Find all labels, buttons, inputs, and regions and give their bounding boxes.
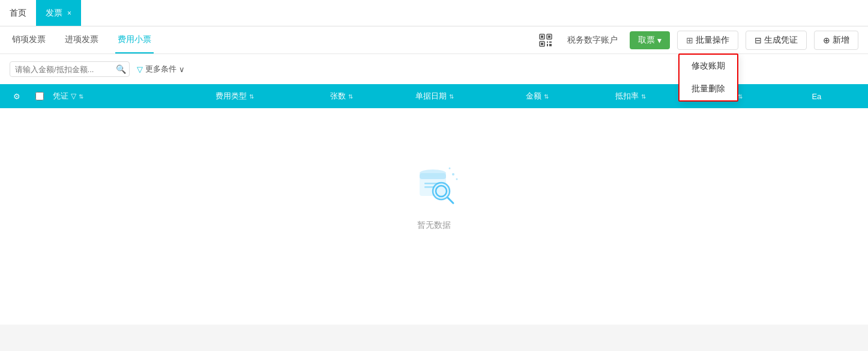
add-new-label: 新增 (833, 35, 849, 46)
filter-funnel-icon: ▽ (137, 65, 143, 74)
th-expense-type-label: 费用类型 (215, 91, 247, 102)
th-amount-label: 金额 (526, 91, 541, 102)
th-deduct-amount-sort-icon[interactable]: ⇅ (738, 93, 743, 100)
dropdown-item-edit-period[interactable]: 修改账期 (680, 55, 737, 78)
th-count-label: 张数 (330, 91, 346, 102)
tab-sales-invoice[interactable]: 销项发票 (10, 26, 48, 53)
sub-tabs-bar: 销项发票 进项发票 费用小票 税务数字账户 (0, 26, 868, 54)
th-expense-type: 费用类型 ⇅ (164, 91, 304, 102)
dropdown-item-batch-delete[interactable]: 批量删除 (680, 78, 737, 100)
tax-digital-account-button[interactable]: 税务数字账户 (562, 32, 622, 48)
th-date-label: 单据日期 (415, 91, 447, 102)
generate-icon: ⊟ (755, 35, 762, 45)
svg-rect-7 (547, 44, 548, 46)
search-input-wrap[interactable]: 🔍 (10, 61, 130, 77)
th-count: 张数 ⇅ (304, 91, 379, 102)
settings-icon: ⚙ (13, 92, 20, 101)
take-ticket-button[interactable]: 取票 ▾ (630, 31, 670, 49)
svg-point-19 (456, 179, 458, 180)
th-expense-type-sort-icon[interactable]: ⇅ (249, 93, 254, 100)
generate-voucher-button[interactable]: ⊟ 生成凭证 (746, 31, 807, 50)
search-icon[interactable]: 🔍 (116, 64, 126, 74)
th-amount: 金额 ⇅ (490, 91, 583, 102)
take-ticket-label: 取票 (638, 35, 655, 46)
nav-tab-label: 发票 (46, 8, 62, 19)
th-voucher-label: 凭证 (53, 91, 68, 102)
th-date-sort-icon[interactable]: ⇅ (449, 93, 454, 100)
batch-dropdown-menu: 修改账期 批量删除 (678, 53, 738, 102)
take-ticket-dropdown-icon: ▾ (657, 35, 662, 45)
top-nav: 首页 发票 × (0, 0, 868, 26)
batch-icon: ⊞ (686, 35, 693, 45)
add-new-button[interactable]: ⊕ 新增 (814, 31, 858, 50)
th-extra: Ea (770, 92, 863, 101)
sub-tabs-right: 税务数字账户 取票 ▾ ⊞ 批量操作 修改账期 批量删除 ⊟ 生成凭证 ⊕ 新增 (536, 31, 858, 50)
th-voucher-sort-icon[interactable]: ⇅ (79, 93, 83, 100)
empty-text: 暂无数据 (417, 220, 451, 231)
svg-rect-3 (548, 35, 550, 38)
tab-input-invoice[interactable]: 进项发票 (62, 26, 101, 53)
svg-rect-8 (549, 41, 552, 43)
svg-line-17 (448, 198, 453, 203)
svg-rect-12 (420, 173, 446, 179)
th-voucher: 凭证 ▽ ⇅ (50, 91, 164, 102)
add-icon: ⊕ (823, 35, 830, 45)
search-input[interactable] (15, 65, 116, 74)
nav-tab-invoice[interactable]: 发票 × (36, 0, 81, 26)
th-extra-label: Ea (812, 92, 821, 101)
tab-expense-ticket[interactable]: 费用小票 (115, 26, 154, 53)
more-filter-label: 更多条件 (145, 64, 176, 75)
select-all-checkbox[interactable] (35, 92, 44, 100)
generate-voucher-label: 生成凭证 (764, 35, 798, 46)
th-settings[interactable]: ⚙ (5, 92, 29, 101)
filter-dropdown-icon: ∨ (179, 65, 185, 74)
svg-rect-9 (549, 44, 552, 46)
th-deduct-rate: 抵扣率 ⇅ (583, 91, 677, 102)
qr-code-button[interactable] (536, 31, 555, 50)
th-deduct-rate-sort-icon[interactable]: ⇅ (641, 93, 646, 100)
svg-rect-6 (547, 41, 548, 43)
nav-home[interactable]: 首页 (0, 0, 36, 26)
th-checkbox[interactable] (29, 92, 50, 100)
nav-tab-close[interactable]: × (67, 9, 71, 17)
th-deduct-rate-label: 抵扣率 (615, 91, 639, 102)
batch-operation-button[interactable]: ⊞ 批量操作 (677, 31, 738, 50)
batch-operation-wrap: ⊞ 批量操作 修改账期 批量删除 (677, 31, 738, 50)
more-filter-button[interactable]: ▽ 更多条件 ∨ (137, 64, 185, 75)
svg-rect-1 (541, 35, 543, 38)
sub-tabs-left: 销项发票 进项发票 费用小票 (10, 26, 154, 53)
empty-state: 暂无数据 (0, 108, 868, 255)
content-area: ⚙ 凭证 ▽ ⇅ 费用类型 ⇅ 张数 ⇅ 单据日期 ⇅ 金额 ⇅ 抵扣率 ⇅ (0, 84, 868, 325)
th-amount-sort-icon[interactable]: ⇅ (544, 93, 549, 100)
th-count-sort-icon[interactable]: ⇅ (348, 93, 353, 100)
svg-rect-5 (541, 43, 543, 45)
empty-illustration (404, 156, 464, 210)
qr-icon (539, 34, 552, 47)
th-voucher-filter-icon: ▽ (71, 92, 76, 100)
batch-operation-label: 批量操作 (696, 35, 729, 46)
svg-point-18 (452, 173, 454, 176)
svg-point-20 (449, 168, 451, 169)
th-date: 单据日期 ⇅ (379, 91, 490, 102)
